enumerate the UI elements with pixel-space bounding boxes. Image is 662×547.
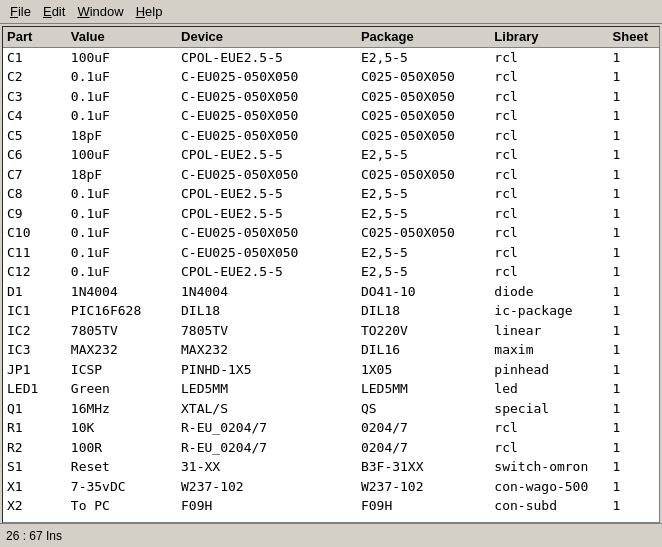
table-row[interactable]: C100.1uFC-EU025-050X050C025-050X050rcl1 [3, 223, 659, 243]
table-cell: E2,5-5 [357, 204, 490, 224]
table-row[interactable]: C518pFC-EU025-050X050C025-050X050rcl1 [3, 126, 659, 146]
menu-file[interactable]: File [4, 2, 37, 21]
table-cell: Reset [67, 457, 177, 477]
statusbar: 26 : 67 Ins [0, 523, 662, 547]
table-row[interactable]: IC27805TV7805TVTO220Vlinear1 [3, 321, 659, 341]
table-row[interactable]: D11N40041N4004DO41-10diode1 [3, 282, 659, 302]
menu-help[interactable]: Help [130, 2, 169, 21]
table-row[interactable]: X17-35vDCW237-102W237-102con-wago-5001 [3, 477, 659, 497]
col-header-sheet: Sheet [609, 27, 659, 47]
table-row[interactable]: C30.1uFC-EU025-050X050C025-050X050rcl1 [3, 87, 659, 107]
table-cell: To PC [67, 496, 177, 516]
table-cell: W237-102 [357, 477, 490, 497]
table-cell: DO41-10 [357, 282, 490, 302]
table-cell: 1 [609, 438, 659, 458]
table-cell: 1 [609, 145, 659, 165]
table-cell: 1N4004 [67, 282, 177, 302]
table-cell: 1 [609, 204, 659, 224]
menu-edit[interactable]: Edit [37, 2, 71, 21]
table-cell: F09H [357, 496, 490, 516]
table-cell: ic-package [490, 301, 608, 321]
table-cell: rcl [490, 126, 608, 146]
table-cell: rcl [490, 262, 608, 282]
menu-window[interactable]: Window [71, 2, 129, 21]
table-cell: 0204/7 [357, 438, 490, 458]
table-cell: 1 [609, 379, 659, 399]
table-cell: 1 [609, 282, 659, 302]
table-cell: Q1 [3, 399, 67, 419]
table-cell: 18pF [67, 126, 177, 146]
table-cell: 1 [609, 262, 659, 282]
table-cell: CPOL-EUE2.5-5 [177, 145, 357, 165]
table-row[interactable]: IC3MAX232MAX232DIL16maxim1 [3, 340, 659, 360]
table-cell: 1 [609, 87, 659, 107]
table-cell: 1 [609, 457, 659, 477]
table-cell: rcl [490, 223, 608, 243]
table-cell: C8 [3, 184, 67, 204]
table-cell: C025-050X050 [357, 223, 490, 243]
table-row[interactable]: Q116MHzXTAL/SQSspecial1 [3, 399, 659, 419]
table-cell: con-wago-500 [490, 477, 608, 497]
table-cell: C025-050X050 [357, 165, 490, 185]
table-cell: CPOL-EUE2.5-5 [177, 262, 357, 282]
table-cell: CPOL-EUE2.5-5 [177, 184, 357, 204]
table-cell: 1 [609, 165, 659, 185]
table-row[interactable]: S1Reset31-XXB3F-31XXswitch-omron1 [3, 457, 659, 477]
table-row[interactable]: X2To PCF09HF09Hcon-subd1 [3, 496, 659, 516]
table-cell: diode [490, 282, 608, 302]
table-cell: E2,5-5 [357, 243, 490, 263]
table-cell: F09H [177, 496, 357, 516]
table-cell: JP1 [3, 360, 67, 380]
table-cell: ICSP [67, 360, 177, 380]
table-cell: Green [67, 379, 177, 399]
table-cell: 1N4004 [177, 282, 357, 302]
table-cell: C11 [3, 243, 67, 263]
table-cell: E2,5-5 [357, 145, 490, 165]
table-cell: LED1 [3, 379, 67, 399]
table-cell: 1 [609, 496, 659, 516]
table-row[interactable]: C80.1uFCPOL-EUE2.5-5E2,5-5rcl1 [3, 184, 659, 204]
table-row[interactable]: LED1GreenLED5MMLED5MMled1 [3, 379, 659, 399]
table-row[interactable]: R110KR-EU_0204/70204/7rcl1 [3, 418, 659, 438]
table-cell: 0.1uF [67, 204, 177, 224]
table-cell: C025-050X050 [357, 106, 490, 126]
table-row[interactable]: C40.1uFC-EU025-050X050C025-050X050rcl1 [3, 106, 659, 126]
table-row[interactable]: C1100uFCPOL-EUE2.5-5E2,5-5rcl1 [3, 47, 659, 67]
table-cell: 7805TV [67, 321, 177, 341]
table-row[interactable]: C90.1uFCPOL-EUE2.5-5E2,5-5rcl1 [3, 204, 659, 224]
menubar: File Edit Window Help [0, 0, 662, 24]
table-row[interactable]: C6100uFCPOL-EUE2.5-5E2,5-5rcl1 [3, 145, 659, 165]
col-header-package: Package [357, 27, 490, 47]
table-cell: con-subd [490, 496, 608, 516]
table-cell: 7805TV [177, 321, 357, 341]
col-header-library: Library [490, 27, 608, 47]
table-row[interactable]: C20.1uFC-EU025-050X050C025-050X050rcl1 [3, 67, 659, 87]
table-cell: C4 [3, 106, 67, 126]
table-cell: LED5MM [177, 379, 357, 399]
table-cell: 10K [67, 418, 177, 438]
table-cell: C025-050X050 [357, 87, 490, 107]
table-cell: linear [490, 321, 608, 341]
table-cell: 1 [609, 184, 659, 204]
table-row[interactable]: C120.1uFCPOL-EUE2.5-5E2,5-5rcl1 [3, 262, 659, 282]
table-row[interactable]: R2100RR-EU_0204/70204/7rcl1 [3, 438, 659, 458]
table-row[interactable]: C110.1uFC-EU025-050X050E2,5-5rcl1 [3, 243, 659, 263]
table-cell: 0.1uF [67, 184, 177, 204]
table-cell: 16MHz [67, 399, 177, 419]
table-cell: rcl [490, 47, 608, 67]
table-cell: PIC16F628 [67, 301, 177, 321]
table-cell: MAX232 [67, 340, 177, 360]
table-cell: DIL16 [357, 340, 490, 360]
table-cell: B3F-31XX [357, 457, 490, 477]
table-cell: CPOL-EUE2.5-5 [177, 204, 357, 224]
table-cell: 31-XX [177, 457, 357, 477]
table-row[interactable]: C718pFC-EU025-050X050C025-050X050rcl1 [3, 165, 659, 185]
table-cell: CPOL-EUE2.5-5 [177, 47, 357, 67]
table-row[interactable]: IC1PIC16F628DIL18DIL18ic-package1 [3, 301, 659, 321]
table-cell: 0.1uF [67, 67, 177, 87]
table-cell: 0204/7 [357, 418, 490, 438]
table-cell: C-EU025-050X050 [177, 106, 357, 126]
table-cell: 0.1uF [67, 87, 177, 107]
table-row[interactable]: JP1ICSPPINHD-1X51X05pinhead1 [3, 360, 659, 380]
table-cell: PINHD-1X5 [177, 360, 357, 380]
